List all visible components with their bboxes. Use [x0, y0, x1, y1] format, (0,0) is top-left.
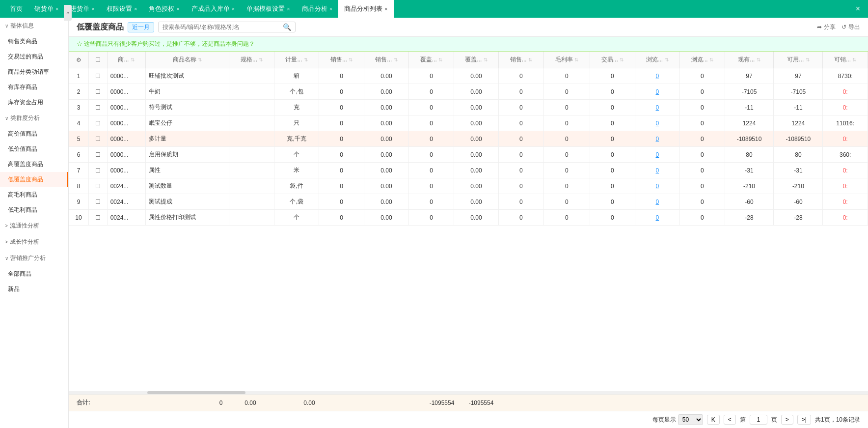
nav-sales-order[interactable]: 销货单 ×	[28, 0, 64, 18]
nav-template-settings[interactable]: 单据模板设置 ×	[241, 0, 296, 18]
nav-product-analysis-list[interactable]: 商品分析列表 ×	[338, 0, 393, 18]
nav-product-analysis[interactable]: 商品分析 ×	[296, 0, 338, 18]
prev-page-button[interactable]: <	[724, 415, 736, 425]
sidebar-item-traded-products[interactable]: 交易过的商品	[0, 49, 68, 64]
th-settings[interactable]: ⚙	[69, 52, 89, 68]
nav-close-role-auth[interactable]: ×	[176, 6, 179, 12]
table-cell: 多计量	[145, 131, 229, 147]
table-cell: 0	[635, 163, 679, 178]
th-current-stock[interactable]: 现有... ⇅	[725, 52, 774, 68]
sidebar-section-growth-arrow: >	[5, 239, 8, 245]
nav-role-auth[interactable]: 角色授权 ×	[143, 0, 185, 18]
nav-permissions[interactable]: 权限设置 ×	[101, 0, 143, 18]
th-browse1[interactable]: 浏览... ⇅	[635, 52, 679, 68]
sidebar-item-high-value[interactable]: 高价值商品	[0, 126, 68, 142]
th-name[interactable]: 商品名称 ⇅	[145, 52, 229, 68]
table-cell: 0:	[823, 194, 868, 210]
time-filter-button[interactable]: 近一月	[128, 22, 154, 32]
nav-close-product-analysis-list[interactable]: ×	[384, 6, 387, 12]
share-button[interactable]: ➦ 分享	[817, 23, 836, 31]
table-cell: 0	[635, 100, 679, 115]
sidebar-item-stock-capital[interactable]: 库存资金占用	[0, 95, 68, 110]
sidebar-section-overall[interactable]: ∨ 整体信息	[0, 18, 68, 34]
th-sales-amt[interactable]: 销售... ⇅	[364, 52, 408, 68]
table-cell[interactable]: ☐	[89, 115, 108, 131]
table-cell[interactable]: ☐	[89, 68, 108, 84]
nav-close-permissions[interactable]: ×	[134, 6, 137, 12]
table-cell[interactable]: ☐	[89, 163, 108, 178]
first-page-button[interactable]: K	[707, 415, 720, 425]
th-checkbox[interactable]: ☐	[89, 52, 108, 68]
per-page-select[interactable]: 50 100 200	[678, 414, 703, 425]
page-number-input[interactable]	[750, 415, 767, 425]
last-page-button[interactable]: >|	[797, 415, 811, 425]
next-page-button[interactable]: >	[781, 415, 793, 425]
table-cell: 2	[69, 84, 89, 100]
table-cell: -11	[774, 100, 823, 115]
nav-close-purchase-order[interactable]: ×	[91, 6, 94, 12]
table-cell: 1	[69, 68, 89, 84]
sidebar-item-category-rate[interactable]: 商品分类动销率	[0, 64, 68, 80]
table-cell[interactable]: ☐	[89, 210, 108, 226]
th-gross-margin[interactable]: 毛利率 ⇅	[543, 52, 590, 68]
table-cell: -28	[774, 210, 823, 226]
sidebar-item-all-products[interactable]: 全部商品	[0, 266, 68, 282]
sidebar-item-high-coverage[interactable]: 高覆盖度商品	[0, 157, 68, 172]
table-cell: 3	[69, 100, 89, 115]
table-cell: 0	[680, 115, 725, 131]
table-cell: 0:	[823, 84, 868, 100]
sidebar-item-new-products[interactable]: 新品	[0, 282, 68, 297]
sidebar-item-sales-products[interactable]: 销售类商品	[0, 34, 68, 49]
th-code[interactable]: 商... ⇅	[107, 52, 145, 68]
export-button[interactable]: ↺ 导出	[841, 23, 860, 31]
nav-close-product-analysis[interactable]: ×	[329, 6, 332, 12]
sidebar-item-low-value[interactable]: 低价值商品	[0, 142, 68, 157]
search-icon[interactable]: 🔍	[283, 23, 291, 31]
table-cell: 0	[499, 131, 543, 147]
table-row: 10☐0024...属性价格打印测试个00.0000.0000000-28-28…	[69, 210, 868, 226]
table-cell[interactable]: ☐	[89, 194, 108, 210]
sidebar-item-low-coverage[interactable]: 低覆盖度商品	[0, 172, 68, 187]
info-banner-text: ☆ 这些商品只有很少客户购买过，是推广不够，还是商品本身问题？	[77, 40, 255, 48]
nav-product-warehouse[interactable]: 产成品入库单 ×	[186, 0, 241, 18]
table-cell: 0	[590, 100, 635, 115]
table-cell: 0	[409, 68, 454, 84]
th-unit[interactable]: 计量... ⇅	[274, 52, 319, 68]
sidebar-section-marketing[interactable]: ∨ 营销推广分析	[0, 250, 68, 266]
th-sellable[interactable]: 可销... ⇅	[823, 52, 868, 68]
sidebar-item-high-margin[interactable]: 高毛利商品	[0, 187, 68, 202]
nav-home[interactable]: 首页	[4, 0, 28, 18]
nav-close-product-warehouse[interactable]: ×	[232, 6, 235, 12]
th-browse2[interactable]: 浏览... ⇅	[680, 52, 725, 68]
sidebar-section-cluster[interactable]: ∨ 类群度分析	[0, 110, 68, 126]
table-cell[interactable]: ☐	[89, 178, 108, 194]
th-transaction[interactable]: 交易... ⇅	[590, 52, 635, 68]
th-sales-qty[interactable]: 销售... ⇅	[319, 52, 364, 68]
th-spec[interactable]: 规格... ⇅	[229, 52, 274, 68]
sidebar-collapse-button[interactable]: «	[64, 18, 69, 21]
th-available[interactable]: 可用... ⇅	[774, 52, 823, 68]
table-cell: 0.00	[454, 131, 498, 147]
th-sales3[interactable]: 销售... ⇅	[499, 52, 543, 68]
nav-close-template-settings[interactable]: ×	[287, 6, 290, 12]
table-cell[interactable]: ☐	[89, 131, 108, 147]
table-cell[interactable]: ☐	[89, 147, 108, 163]
sidebar-section-growth[interactable]: > 成长性分析	[0, 234, 68, 250]
sidebar-item-stocked-products[interactable]: 有库存商品	[0, 80, 68, 95]
sidebar-item-low-margin[interactable]: 低毛利商品	[0, 202, 68, 218]
nav-close-sales-order[interactable]: ×	[55, 6, 58, 12]
th-cover2[interactable]: 覆盖... ⇅	[454, 52, 498, 68]
table-cell[interactable]: ☐	[89, 100, 108, 115]
th-cover1[interactable]: 覆盖... ⇅	[409, 52, 454, 68]
table-header-row: ⚙ ☐ 商... ⇅ 商品名称 ⇅ 规格... ⇅ 计量... ⇅ 销售... …	[69, 52, 868, 68]
table-cell: 0:	[823, 131, 868, 147]
table-cell: -60	[774, 194, 823, 210]
total-info: 共1页，10条记录	[815, 416, 860, 424]
sidebar-section-cluster-label: 类群度分析	[10, 114, 40, 122]
sidebar-section-liquidity[interactable]: > 流通性分析	[0, 218, 68, 234]
table-cell[interactable]: ☐	[89, 84, 108, 100]
table-cell: 测试提成	[145, 194, 229, 210]
content-area: 低覆盖度商品 近一月 🔍 ➦ 分享 ↺ 导出	[69, 18, 868, 428]
window-close-button[interactable]: ×	[856, 4, 864, 13]
search-input[interactable]	[163, 24, 283, 30]
